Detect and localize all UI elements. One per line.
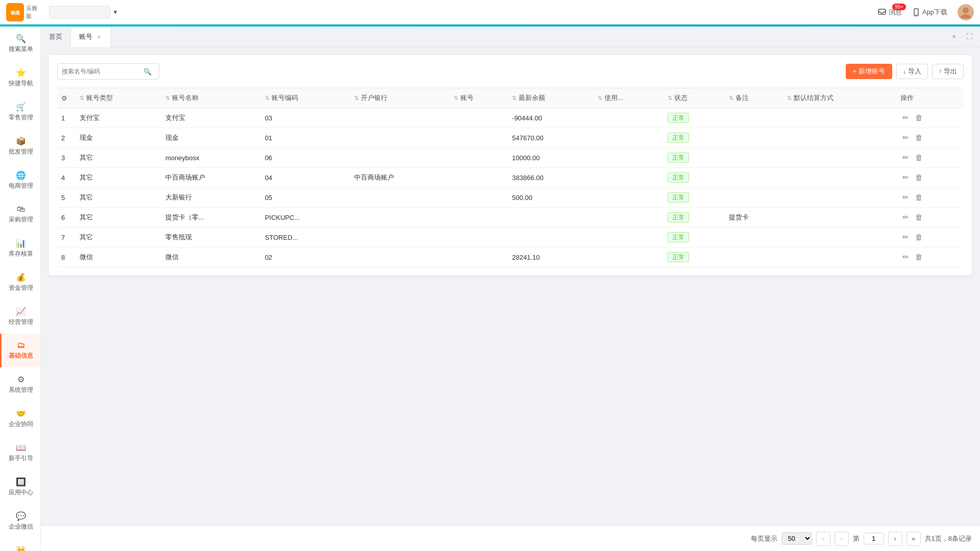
delete-button[interactable]: 🗑 (913, 252, 925, 262)
phone-icon (912, 8, 920, 16)
tab-close-all-button[interactable]: × (949, 32, 959, 41)
sidebar-item-label-retail: 零售管理 (9, 114, 33, 121)
delete-button[interactable]: 🗑 (913, 172, 925, 183)
message-button[interactable]: 消息 99+ (877, 8, 902, 17)
sidebar-item-search-menu[interactable]: 🔍 搜索菜单 (0, 27, 40, 61)
tab-fullscreen-button[interactable]: ⛶ (963, 32, 976, 41)
sidebar-item-ecommerce[interactable]: 🌐 电商管理 (0, 163, 40, 197)
col-default-settlement[interactable]: 默认结算方式 (783, 88, 896, 108)
sidebar-item-retail[interactable]: 🛒 零售管理 (0, 95, 40, 129)
col-balance[interactable]: 最新余额 (508, 88, 594, 108)
table-row: 2 现金 现金 01 547670.00 正常 ✏ 🗑 (57, 128, 964, 148)
sidebar-item-wechat-work[interactable]: 💬 企业微信 (0, 504, 40, 538)
row-account (450, 208, 508, 228)
row-actions: ✏ 🗑 (896, 168, 964, 188)
col-remark[interactable]: 备注 (725, 88, 783, 108)
top-right-area: 消息 99+ App下载 (877, 4, 974, 20)
sidebar-item-enterprise-collab[interactable]: 🤝 企业协同 (0, 402, 40, 436)
edit-button[interactable]: ✏ (900, 132, 911, 143)
search-box[interactable]: 🔍 (57, 63, 159, 80)
wechat-icon: 💬 (6, 511, 36, 521)
delete-button[interactable]: 🗑 (913, 112, 925, 123)
top-search-input[interactable] (49, 6, 110, 18)
sidebar-item-finance[interactable]: 💰 资金管理 (0, 265, 40, 299)
col-account[interactable]: 账号 (450, 88, 508, 108)
col-code[interactable]: 账号编码 (261, 88, 350, 108)
sidebar-item-wholesale[interactable]: 📦 批发管理 (0, 129, 40, 163)
next-page-button[interactable]: › (888, 532, 902, 546)
col-usage[interactable]: 使用... (594, 88, 664, 108)
table-row: 1 支付宝 支付宝 03 -90444.00 正常 ✏ 🗑 (57, 108, 964, 128)
tab-home[interactable]: 首页 (41, 27, 71, 47)
edit-button[interactable]: ✏ (900, 192, 911, 203)
sidebar-item-quick-nav[interactable]: ⭐ 快捷导航 (0, 61, 40, 95)
sidebar-item-label-purchase: 采购管理 (9, 216, 33, 223)
row-name: 微信 (161, 247, 261, 267)
row-bank (350, 108, 450, 128)
prev-page-button[interactable]: ‹ (835, 532, 849, 546)
sidebar-item-app-center[interactable]: 🔲 应用中心 (0, 470, 40, 504)
edit-button[interactable]: ✏ (900, 172, 911, 183)
row-bank: 中百商场账户 (350, 168, 450, 188)
col-name[interactable]: 账号名称 (161, 88, 261, 108)
row-default-settlement (783, 188, 896, 208)
col-settings[interactable]: ⚙ (57, 88, 76, 108)
row-usage (594, 128, 664, 148)
user-avatar[interactable] (958, 4, 974, 20)
sidebar-item-system[interactable]: ⚙ 系统管理 (0, 367, 40, 402)
import-button[interactable]: ↓ 导入 (896, 64, 928, 79)
col-bank[interactable]: 开户银行 (350, 88, 450, 108)
delete-button[interactable]: 🗑 (913, 212, 925, 222)
delete-button[interactable]: 🗑 (913, 152, 925, 163)
per-page-select[interactable]: 50 20 100 (781, 532, 812, 545)
delete-button[interactable]: 🗑 (913, 132, 925, 143)
export-button[interactable]: ↑ 导出 (932, 64, 964, 79)
sidebar-item-label-appcenter: 应用中心 (9, 489, 33, 496)
sidebar-item-label-quicknav: 快捷导航 (9, 80, 33, 87)
tab-account[interactable]: 账号 × (71, 27, 111, 47)
edit-button[interactable]: ✏ (900, 212, 911, 222)
edit-button[interactable]: ✏ (900, 232, 911, 242)
sidebar-item-operations[interactable]: 📈 经营管理 (0, 299, 40, 334)
table-row: 7 其它 零售抵现 STORED... 正常 ✏ 🗑 (57, 228, 964, 247)
row-name: 中百商场账户 (161, 168, 261, 188)
svg-text:畅捷: 畅捷 (11, 10, 20, 15)
app-download-button[interactable]: App下载 (912, 8, 947, 17)
page-input[interactable] (864, 533, 884, 544)
sidebar-item-inventory[interactable]: 📊 库存核算 (0, 231, 40, 265)
row-type: 其它 (76, 168, 161, 188)
sidebar-item-basic-info[interactable]: 🗂 基础信息 (0, 334, 40, 367)
last-page-button[interactable]: » (906, 532, 921, 546)
row-bank (350, 228, 450, 247)
sidebar-item-vip[interactable]: 👑 畅会员 (0, 538, 40, 551)
svg-point-6 (963, 7, 969, 13)
delete-button[interactable]: 🗑 (913, 232, 925, 242)
sidebar-item-tutorial[interactable]: 📖 新手引导 (0, 436, 40, 470)
add-account-button[interactable]: + 新增账号 (846, 64, 892, 79)
row-usage (594, 108, 664, 128)
sidebar-item-purchase[interactable]: 🛍 采购管理 (0, 197, 40, 231)
sidebar-item-label-tutorial: 新手引导 (9, 455, 33, 462)
col-type[interactable]: 账号类型 (76, 88, 161, 108)
delete-button[interactable]: 🗑 (913, 192, 925, 203)
row-code: 06 (261, 148, 350, 168)
first-page-button[interactable]: « (816, 532, 830, 546)
row-actions: ✏ 🗑 (896, 128, 964, 148)
edit-button[interactable]: ✏ (900, 252, 911, 262)
sidebar-item-label-operations: 经营管理 (9, 318, 33, 325)
row-status: 正常 (664, 168, 725, 188)
row-default-settlement (783, 148, 896, 168)
tab-close-button[interactable]: × (95, 33, 103, 40)
row-default-settlement (783, 128, 896, 148)
row-name: 支付宝 (161, 108, 261, 128)
table-row: 5 其它 大新银行 05 500.00 正常 ✏ 🗑 (57, 188, 964, 208)
row-type: 现金 (76, 128, 161, 148)
top-dropdown-icon[interactable]: ▼ (112, 9, 118, 16)
row-index: 1 (57, 108, 76, 128)
search-input[interactable] (62, 68, 143, 75)
col-status[interactable]: 状态 (664, 88, 725, 108)
edit-button[interactable]: ✏ (900, 152, 911, 163)
row-balance: 383866.00 (508, 168, 594, 188)
edit-button[interactable]: ✏ (900, 112, 911, 123)
row-remark: 提货卡 (725, 208, 783, 228)
